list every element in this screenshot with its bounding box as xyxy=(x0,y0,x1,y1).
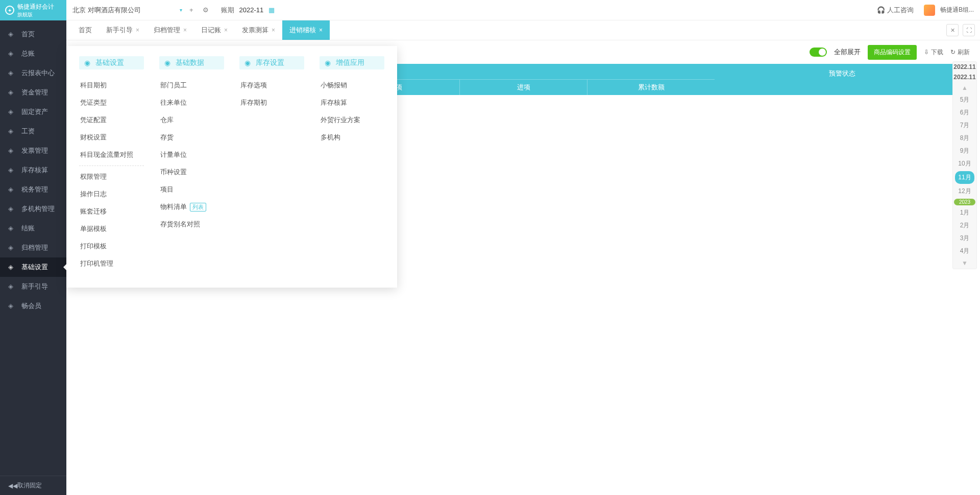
mega-column: ◉库存设置库存选项库存期初 xyxy=(239,56,304,272)
mega-menu-item[interactable]: 科目期初 xyxy=(79,77,144,94)
sidebar-item[interactable]: ◈结账 xyxy=(0,219,66,238)
sidebar-item[interactable]: ◈总账 xyxy=(0,44,66,63)
refresh-button[interactable]: ↻ 刷新 xyxy=(950,48,970,57)
tab-close-icon[interactable]: × xyxy=(183,27,187,34)
company-settings-button[interactable]: ⚙ xyxy=(201,6,211,14)
timeline-month[interactable]: 4月 xyxy=(953,245,976,257)
chevron-down-icon[interactable]: ▾ xyxy=(180,7,182,13)
nav-icon: ◈ xyxy=(8,108,16,116)
timeline-month[interactable]: 10月 xyxy=(953,157,976,170)
brand-edition: 旗舰版 xyxy=(17,11,54,18)
sidebar-item[interactable]: ◈资金管理 xyxy=(0,83,66,102)
tab-close-icon[interactable]: × xyxy=(272,27,275,34)
mega-menu-item[interactable]: 科目现金流量对照 xyxy=(79,146,144,163)
company-selector[interactable]: 北京 对啊酒店有限公司 xyxy=(72,4,175,17)
mega-column-header: ◉基础设置 xyxy=(79,56,144,69)
tab-close-icon[interactable]: × xyxy=(224,27,228,34)
mega-menu-item[interactable]: 计量单位 xyxy=(159,146,224,163)
mega-menu-item[interactable]: 项目 xyxy=(159,181,224,198)
sidebar-item[interactable]: ◈畅会员 xyxy=(0,296,66,316)
mega-menu-item[interactable]: 往来单位 xyxy=(159,94,224,111)
mega-menu-item[interactable]: 库存核算 xyxy=(320,94,384,111)
tab[interactable]: 归档管理× xyxy=(146,20,194,40)
mega-menu-item[interactable]: 单据模板 xyxy=(79,220,144,238)
add-company-button[interactable]: + xyxy=(187,6,195,14)
timeline-down-button[interactable]: ▼ xyxy=(953,257,976,269)
mega-menu-item[interactable]: 库存选项 xyxy=(239,77,304,94)
mega-menu-item[interactable]: 打印机管理 xyxy=(79,255,144,272)
timeline-up-button[interactable]: ▲ xyxy=(953,82,976,93)
product-code-setting-button[interactable]: 商品编码设置 xyxy=(868,45,917,60)
sidebar-item[interactable]: ◈税务管理 xyxy=(0,180,66,199)
tab[interactable]: 发票测算× xyxy=(235,20,282,40)
expand-all-toggle[interactable] xyxy=(810,48,827,57)
mega-menu-item[interactable]: 存货别名对照 xyxy=(159,216,224,233)
list-badge: 列表 xyxy=(190,203,206,211)
mega-menu-item[interactable]: 打印模板 xyxy=(79,238,144,255)
calendar-icon[interactable]: ▦ xyxy=(268,6,275,14)
expand-all-label: 全部展开 xyxy=(834,48,861,57)
tab[interactable]: 日记账× xyxy=(194,20,235,40)
sidebar-item[interactable]: ◈多机构管理 xyxy=(0,199,66,219)
timeline-month[interactable]: 5月 xyxy=(953,93,976,106)
mega-header-icon: ◉ xyxy=(242,59,253,67)
mega-menu-item[interactable]: 财税设置 xyxy=(79,129,144,146)
mega-menu-item[interactable]: 凭证配置 xyxy=(79,111,144,129)
fullscreen-button[interactable]: ⛶ xyxy=(963,24,975,36)
mega-menu-item[interactable]: 操作日志 xyxy=(79,185,144,203)
mega-menu-item[interactable]: 仓库 xyxy=(159,111,224,129)
timeline-month[interactable]: 7月 xyxy=(953,119,976,132)
tab[interactable]: 首页 xyxy=(71,20,99,40)
timeline-month[interactable]: 3月 xyxy=(953,232,976,245)
period-value[interactable]: 2022-11 xyxy=(239,6,264,14)
timeline-month-current[interactable]: 11月 xyxy=(955,171,974,184)
sidebar-item[interactable]: ◈发票管理 xyxy=(0,141,66,160)
mega-menu-item[interactable]: 小畅报销 xyxy=(320,77,384,94)
nav-icon: ◈ xyxy=(8,224,16,232)
sidebar-item[interactable]: ◈基础设置 xyxy=(0,257,66,277)
timeline-month[interactable]: 1月 xyxy=(953,206,976,219)
mega-menu-item[interactable]: 权限管理 xyxy=(79,168,144,185)
tab[interactable]: 进销稽核× xyxy=(282,20,330,40)
nav-icon: ◈ xyxy=(8,244,16,252)
mega-menu-item[interactable]: 凭证类型 xyxy=(79,94,144,111)
user-name[interactable]: 畅捷通B组... xyxy=(940,6,974,14)
user-avatar[interactable] xyxy=(924,5,935,16)
timeline-month[interactable]: 6月 xyxy=(953,106,976,119)
timeline-month[interactable]: 8月 xyxy=(953,132,976,145)
sidebar-item[interactable]: ◈工资 xyxy=(0,122,66,141)
mega-menu-item[interactable]: 外贸行业方案 xyxy=(320,111,384,129)
nav-icon: ◈ xyxy=(8,69,16,77)
sidebar-item[interactable]: ◈固定资产 xyxy=(0,102,66,122)
sidebar-item[interactable]: ◈新手引导 xyxy=(0,277,66,296)
th-purchase: 进项 xyxy=(460,80,587,95)
mega-menu-item[interactable]: 物料清单列表 xyxy=(159,198,224,216)
period-label: 账期 xyxy=(221,6,234,15)
sidebar-item[interactable]: ◈云报表中心 xyxy=(0,63,66,83)
sidebar-item[interactable]: ◈首页 xyxy=(0,25,66,44)
mega-header-icon: ◉ xyxy=(82,59,92,67)
timeline-year[interactable]: 2022.11 xyxy=(953,72,976,82)
tab-close-icon[interactable]: × xyxy=(319,27,323,34)
mega-menu-item[interactable]: 存货 xyxy=(159,129,224,146)
tab[interactable]: 新手引导× xyxy=(99,20,146,40)
sidebar-pin-toggle[interactable]: ◀◀ 取消固定 xyxy=(0,476,66,495)
timeline-year[interactable]: 2022.11 xyxy=(953,62,976,72)
download-button[interactable]: ⇩ 下载 xyxy=(924,48,943,57)
tab-close-icon[interactable]: × xyxy=(136,27,139,34)
mega-menu-item[interactable]: 库存期初 xyxy=(239,94,304,111)
nav-icon: ◈ xyxy=(8,127,16,135)
timeline-month[interactable]: 9月 xyxy=(953,145,976,157)
mega-menu-item[interactable]: 币种设置 xyxy=(159,163,224,181)
close-tabs-button[interactable]: ✕ xyxy=(946,24,959,36)
sidebar-item[interactable]: ◈归档管理 xyxy=(0,238,66,257)
timeline-month[interactable]: 2月 xyxy=(953,219,976,232)
mega-menu-item[interactable]: 部门员工 xyxy=(159,77,224,94)
mega-menu-item[interactable]: 多机构 xyxy=(320,129,384,146)
sidebar-item[interactable]: ◈库存核算 xyxy=(0,160,66,180)
nav-icon: ◈ xyxy=(8,50,16,58)
brand-logo: ✦ 畅捷通好会计 旗舰版 xyxy=(0,0,66,20)
mega-menu-item[interactable]: 账套迁移 xyxy=(79,203,144,220)
timeline-month[interactable]: 12月 xyxy=(953,185,976,198)
support-link[interactable]: 🎧 人工咨询 xyxy=(877,6,914,15)
